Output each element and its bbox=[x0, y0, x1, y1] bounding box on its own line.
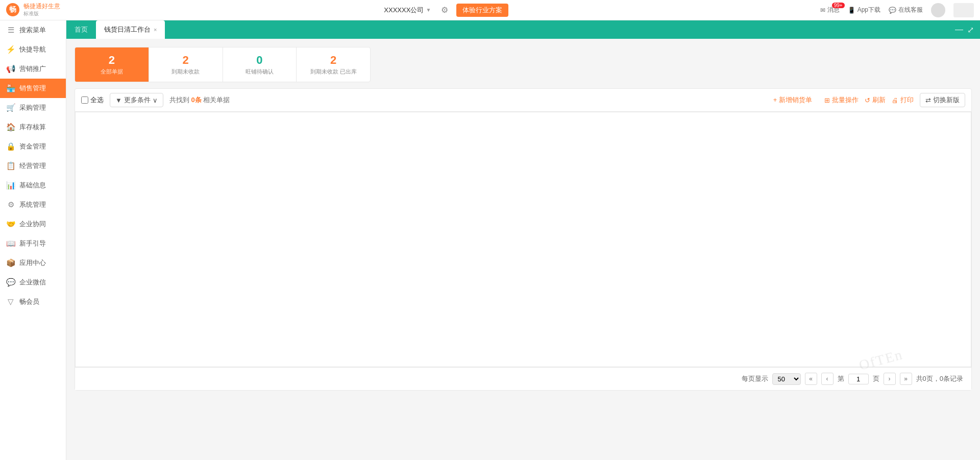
stat-overdue[interactable]: 2 到期未收款 bbox=[149, 47, 223, 82]
sidebar-item-cooperation[interactable]: 🤝 企业协同 bbox=[0, 214, 66, 234]
trial-button[interactable]: 体验行业方案 bbox=[456, 4, 508, 17]
online-service-btn[interactable]: 💬 在线客服 bbox=[889, 6, 923, 14]
basic-info-icon: 📊 bbox=[6, 181, 15, 190]
sidebar: ☰ 搜索菜单 ⚡ 快捷导航 📢 营销推广 🏪 销售管理 🛒 采购管理 🏠 库存核… bbox=[0, 20, 66, 460]
select-all-label: 全选 bbox=[90, 95, 104, 105]
switch-icon: ⇄ bbox=[925, 96, 931, 104]
sidebar-item-quick-nav[interactable]: ⚡ 快捷导航 bbox=[0, 40, 66, 59]
user-name-area[interactable] bbox=[953, 3, 974, 17]
stat-overdue-number: 2 bbox=[157, 54, 214, 67]
sidebar-item-search-menu[interactable]: ☰ 搜索菜单 bbox=[0, 20, 66, 40]
sidebar-label-member: 畅会员 bbox=[19, 297, 39, 306]
page-input[interactable] bbox=[848, 374, 869, 384]
filter-arrow: ∨ bbox=[153, 96, 158, 104]
sidebar-item-basic-info[interactable]: 📊 基础信息 bbox=[0, 176, 66, 195]
sidebar-item-operations[interactable]: 📋 经营管理 bbox=[0, 156, 66, 176]
settings-icon[interactable]: ⚙ bbox=[441, 5, 448, 15]
sidebar-item-app-center[interactable]: 📦 应用中心 bbox=[0, 253, 66, 273]
sidebar-label-operations: 经营管理 bbox=[19, 161, 46, 171]
nav-tabs: 首页 钱货日清工作台 × — ⤢ bbox=[66, 20, 980, 39]
tab-close-icon[interactable]: × bbox=[154, 27, 157, 33]
refresh-button[interactable]: ↺ 刷新 bbox=[865, 95, 886, 105]
sidebar-item-weixin[interactable]: 💬 企业微信 bbox=[0, 273, 66, 292]
sidebar-item-sales[interactable]: 🏪 销售管理 bbox=[0, 79, 66, 98]
sidebar-item-system[interactable]: ⚙ 系统管理 bbox=[0, 195, 66, 214]
print-button[interactable]: 🖨 打印 bbox=[892, 95, 914, 105]
stat-shipped-label: 到期未收款 已出库 bbox=[305, 68, 362, 76]
marketing-icon: 📢 bbox=[6, 64, 15, 74]
print-icon: 🖨 bbox=[892, 96, 898, 104]
sidebar-item-finance[interactable]: 🔒 资金管理 bbox=[0, 137, 66, 156]
stat-pending-label: 旺铺待确认 bbox=[231, 68, 288, 76]
logo-sub: 标准版 bbox=[23, 10, 60, 17]
sidebar-item-member[interactable]: ▽ 畅会员 bbox=[0, 292, 66, 311]
stats-row: 2 全部单据 2 到期未收款 0 旺铺待确认 2 到期未收款 已出库 bbox=[75, 47, 371, 82]
stat-all[interactable]: 2 全部单据 bbox=[75, 47, 149, 82]
tab-minimize-icon[interactable]: — bbox=[955, 25, 963, 34]
page-next-btn[interactable]: › bbox=[884, 373, 896, 385]
sidebar-label-guide: 新手引导 bbox=[19, 239, 46, 248]
sidebar-label-finance: 资金管理 bbox=[19, 142, 46, 151]
stat-all-label: 全部单据 bbox=[83, 68, 140, 76]
stat-pending[interactable]: 0 旺铺待确认 bbox=[223, 47, 297, 82]
tab-controls: — ⤢ bbox=[955, 25, 980, 35]
cooperation-icon: 🤝 bbox=[6, 220, 15, 229]
refresh-label: 刷新 bbox=[872, 95, 886, 105]
page-prev-btn[interactable]: ‹ bbox=[821, 373, 834, 385]
app-center-icon: 📦 bbox=[6, 258, 15, 268]
total-label: 共0页，0条记录 bbox=[916, 374, 963, 383]
company-selector[interactable]: XXXXXX公司 ▼ bbox=[384, 6, 431, 15]
logo-text: 畅捷通好生意 bbox=[23, 3, 60, 10]
operations-icon: 📋 bbox=[6, 161, 15, 171]
per-page-select[interactable]: 50 100 200 bbox=[772, 373, 801, 385]
batch-label: 批量操作 bbox=[832, 95, 859, 105]
sidebar-item-guide[interactable]: 📖 新手引导 bbox=[0, 234, 66, 253]
filter-button[interactable]: ▼ 更多条件 ∨ bbox=[110, 93, 163, 107]
sidebar-label-inventory: 库存核算 bbox=[19, 123, 46, 132]
sidebar-label-weixin: 企业微信 bbox=[19, 278, 46, 287]
tab-maximize-icon[interactable]: ⤢ bbox=[967, 25, 974, 35]
sidebar-label-app-center: 应用中心 bbox=[19, 258, 46, 268]
stat-pending-number: 0 bbox=[231, 54, 288, 67]
switch-label: 切换新版 bbox=[933, 95, 960, 105]
batch-ops-button[interactable]: ⊞ 批量操作 bbox=[824, 95, 859, 105]
select-all-checkbox[interactable] bbox=[81, 96, 88, 104]
sidebar-item-inventory[interactable]: 🏠 库存核算 bbox=[0, 117, 66, 137]
quick-nav-icon: ⚡ bbox=[6, 45, 15, 54]
filter-label: 更多条件 bbox=[124, 95, 151, 105]
tab-workbench[interactable]: 钱货日清工作台 × bbox=[96, 20, 165, 39]
batch-icon: ⊞ bbox=[824, 96, 830, 104]
refresh-icon: ↺ bbox=[865, 96, 870, 104]
new-order-button[interactable]: + 新增销货单 bbox=[767, 93, 818, 107]
sidebar-item-purchase[interactable]: 🛒 采购管理 bbox=[0, 98, 66, 117]
company-dropdown-arrow: ▼ bbox=[426, 7, 431, 13]
sidebar-item-marketing[interactable]: 📢 营销推广 bbox=[0, 59, 66, 79]
app-download-btn[interactable]: 📱 App下载 bbox=[848, 6, 880, 14]
purchase-icon: 🛒 bbox=[6, 103, 15, 112]
sidebar-label-search-menu: 搜索菜单 bbox=[19, 26, 46, 35]
print-label: 打印 bbox=[900, 95, 914, 105]
switch-version-button[interactable]: ⇄ 切换新版 bbox=[920, 93, 965, 107]
stat-overdue-label: 到期未收款 bbox=[157, 68, 214, 76]
online-service-label: 在线客服 bbox=[898, 6, 923, 14]
sidebar-label-purchase: 采购管理 bbox=[19, 103, 46, 112]
top-header: 畅 畅捷通好生意 标准版 XXXXXX公司 ▼ ⚙ 体验行业方案 ✉ 消息 99… bbox=[0, 0, 980, 20]
stat-shipped[interactable]: 2 到期未收款 已出库 bbox=[297, 47, 370, 82]
company-name: XXXXXX公司 bbox=[384, 6, 424, 15]
pagination-bar: 每页显示 50 100 200 « ‹ 第 页 › » 共0页，0条记录 bbox=[75, 367, 971, 390]
tab-home[interactable]: 首页 bbox=[66, 20, 96, 39]
page-last-btn[interactable]: » bbox=[900, 373, 912, 385]
messages-badge: 99+ bbox=[832, 3, 845, 8]
sales-icon: 🏪 bbox=[6, 84, 15, 93]
stat-shipped-number: 2 bbox=[305, 54, 362, 67]
page-first-btn[interactable]: « bbox=[805, 373, 817, 385]
sidebar-label-marketing: 营销推广 bbox=[19, 64, 46, 74]
inventory-icon: 🏠 bbox=[6, 123, 15, 132]
page-label: 第 bbox=[838, 374, 844, 383]
page-suffix: 页 bbox=[873, 374, 879, 383]
sidebar-label-cooperation: 企业协同 bbox=[19, 220, 46, 229]
avatar[interactable] bbox=[931, 3, 945, 17]
download-icon: 📱 bbox=[848, 7, 855, 14]
guide-icon: 📖 bbox=[6, 239, 15, 248]
messages-btn[interactable]: ✉ 消息 99+ bbox=[820, 6, 840, 14]
